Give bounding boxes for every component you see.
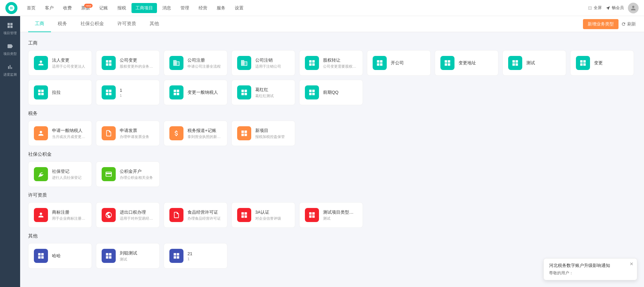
- card-item[interactable]: 变更地址: [435, 50, 498, 76]
- card-item[interactable]: 哈哈: [28, 243, 92, 269]
- card-item[interactable]: 新项目 报税加税控盘保管: [231, 121, 295, 146]
- card-title: 前期QQ: [323, 89, 357, 95]
- user-avatar[interactable]: [628, 3, 639, 13]
- section-title-4: 其他: [28, 233, 636, 239]
- card-item[interactable]: 葛红红 葛红红测试: [231, 80, 295, 105]
- cards-grid-3: 商标注册 用于企业商标注册服务 进出口权办理 适用于对外贸易经营者 食品经营许可…: [28, 202, 636, 228]
- sidebar-item-0[interactable]: 项目管理: [1, 19, 19, 38]
- card-icon: [237, 208, 251, 222]
- card-icon: [102, 126, 116, 140]
- card-icon: [102, 249, 116, 263]
- nav-item-服务[interactable]: 服务: [213, 3, 229, 13]
- fullscreen-button[interactable]: 全屏: [588, 5, 602, 11]
- nav-item-首页[interactable]: 首页: [23, 3, 40, 13]
- card-text: 3A认证 对企业信誉评级: [255, 209, 289, 221]
- refresh-button[interactable]: 刷新: [621, 21, 636, 27]
- card-title: 公司注销: [255, 57, 289, 63]
- card-desc: 对企业信誉评级: [255, 216, 289, 221]
- sidebar-label-0: 项目管理: [3, 31, 17, 35]
- card-item[interactable]: 食品经营许可证 办理食品经营许可证: [164, 202, 227, 228]
- card-item[interactable]: 前期QQ: [299, 80, 363, 105]
- nav-item-设置[interactable]: 设置: [231, 3, 248, 13]
- card-icon: [34, 85, 48, 99]
- card-desc: 办理食品经营许可证: [187, 216, 222, 221]
- card-icon: [34, 167, 48, 181]
- card-text: 进出口权办理 适用于对外贸易经营者: [120, 209, 154, 221]
- refresh-label: 刷新: [627, 21, 636, 27]
- sidebar-item-2[interactable]: 进度监测: [1, 60, 19, 80]
- card-item[interactable]: 21 1: [164, 243, 227, 269]
- card-desc: 测试: [120, 257, 154, 262]
- card-desc: 公司变更需要股权转让: [323, 64, 357, 69]
- card-text: 社保登记 进行人员社保登记: [52, 168, 86, 180]
- card-title: 股权转让: [323, 57, 357, 63]
- card-text: 21 1: [187, 251, 222, 261]
- card-text: 申请发票 办理申请发票业务: [120, 128, 154, 139]
- card-item[interactable]: 申请一般纳税人 当月或次月成变更完成: [28, 121, 92, 146]
- card-text: 测试: [526, 60, 560, 66]
- card-text: 法人变更 适用于公司变更法人: [52, 57, 86, 69]
- app-logo: [5, 2, 17, 14]
- sub-tab-工商[interactable]: 工商: [28, 16, 51, 32]
- sub-tab-税务[interactable]: 税务: [51, 16, 74, 32]
- nav-item-收费[interactable]: 收费: [59, 3, 76, 13]
- card-item[interactable]: 法人变更 适用于公司变更法人: [28, 50, 92, 76]
- card-icon: [440, 56, 454, 70]
- card-icon: [169, 126, 183, 140]
- card-item[interactable]: 进出口权办理 适用于对外贸易经营者: [96, 202, 160, 228]
- card-item[interactable]: 商标注册 用于企业商标注册服务: [28, 202, 92, 228]
- card-title: 税务报道+记账: [187, 128, 222, 134]
- card-desc: 办理公积金相关业务: [120, 175, 154, 180]
- card-item[interactable]: 股权转让 公司变更需要股权转让: [299, 50, 363, 76]
- new-type-button[interactable]: 新增业务类型: [583, 19, 619, 29]
- card-text: 刘聪测试 测试: [120, 250, 154, 262]
- nav-item-工商项目[interactable]: 工商项目: [131, 3, 157, 13]
- sub-tab-其他[interactable]: 其他: [143, 16, 166, 32]
- card-icon: [508, 56, 522, 70]
- card-title: 商标注册: [52, 209, 86, 215]
- card-item[interactable]: 1 1: [96, 80, 160, 105]
- card-title: 测试: [526, 60, 560, 66]
- card-icon: [102, 208, 116, 222]
- card-title: 哈哈: [52, 253, 86, 259]
- card-item[interactable]: 开公司: [367, 50, 431, 76]
- card-title: 新项目: [255, 128, 289, 134]
- card-item[interactable]: 社保登记 进行人员社保登记: [28, 161, 92, 187]
- card-item[interactable]: 变更一般纳税人: [164, 80, 227, 105]
- nav-item-记账[interactable]: 记账: [95, 3, 112, 13]
- sub-tabs-right: 新增业务类型 刷新: [583, 19, 636, 29]
- card-item[interactable]: 测试: [502, 50, 566, 76]
- member-button[interactable]: 畅会员: [606, 5, 624, 11]
- nav-item-消息[interactable]: 消息: [158, 3, 175, 13]
- card-text: 公积金开户 办理公积金相关业务: [120, 168, 154, 180]
- card-item[interactable]: 变更: [570, 50, 634, 76]
- nav-item-票据[interactable]: 票据new: [77, 3, 94, 13]
- sub-tab-许可资质[interactable]: 许可资质: [111, 16, 143, 32]
- card-item[interactable]: 测试项目类型目定义 测试: [299, 202, 363, 228]
- sidebar-item-1[interactable]: 项目类型: [1, 40, 19, 59]
- card-item[interactable]: 公司注销 适用于注销公司: [231, 50, 295, 76]
- card-text: 公司注销 适用于注销公司: [255, 57, 289, 69]
- card-text: 公司变更 股权变更外的业务变更: [120, 57, 154, 69]
- nav-item-管理[interactable]: 管理: [176, 3, 193, 13]
- card-icon: [305, 85, 319, 99]
- notification-close-button[interactable]: ✕: [630, 261, 634, 267]
- nav-right: 全屏 畅会员: [588, 3, 639, 13]
- nav-item-客户[interactable]: 客户: [41, 3, 58, 13]
- nav-item-报税[interactable]: 报税: [113, 3, 130, 13]
- card-item[interactable]: 拉拉: [28, 80, 92, 105]
- card-desc: 拿到营业执照的新公司: [187, 134, 222, 139]
- card-title: 进出口权办理: [120, 209, 154, 215]
- card-item[interactable]: 公积金开户 办理公积金相关业务: [96, 161, 160, 187]
- card-item[interactable]: 税务报道+记账 拿到营业执照的新公司: [164, 121, 227, 146]
- card-item[interactable]: 公司变更 股权变更外的业务变更: [96, 50, 160, 76]
- page-body: 工商 法人变更 适用于公司变更法人 公司变更 股权变更外的业务变更 公司注册: [20, 32, 644, 279]
- card-item[interactable]: 申请发票 办理申请发票业务: [96, 121, 160, 146]
- card-item[interactable]: 刘聪测试 测试: [96, 243, 160, 269]
- sub-tab-社保公积金[interactable]: 社保公积金: [74, 16, 111, 32]
- card-item[interactable]: 3A认证 对企业信誉评级: [231, 202, 295, 228]
- card-text: 变更一般纳税人: [187, 89, 222, 95]
- card-item[interactable]: 公司注册 申请公司注册全流程: [164, 50, 227, 76]
- card-text: 新项目 报税加税控盘保管: [255, 128, 289, 139]
- nav-item-经营[interactable]: 经营: [195, 3, 211, 13]
